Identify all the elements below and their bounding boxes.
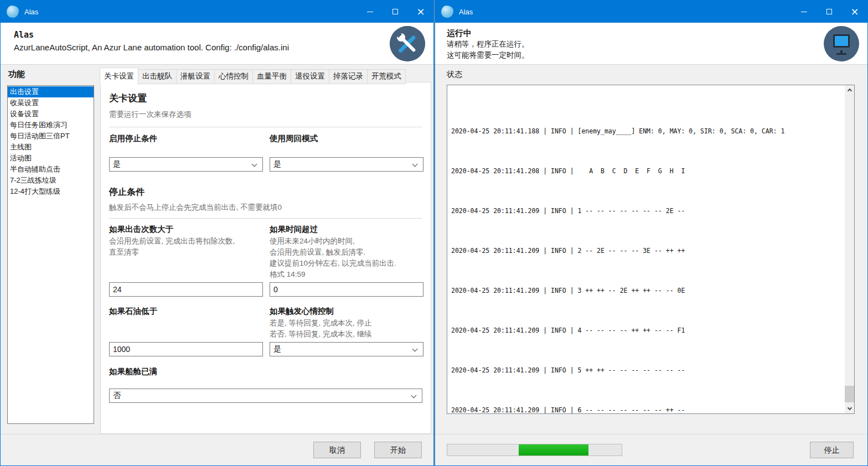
window-title: Alas bbox=[24, 8, 38, 16]
app-logo-icon bbox=[7, 6, 19, 18]
scrollbar-up-button[interactable] bbox=[845, 85, 854, 95]
runtime-window: Alas × 运行中 请稍等，程序正在运行。 这可能将需要一定时间。 状态 20… bbox=[435, 0, 868, 466]
cancel-button[interactable]: 取消 bbox=[313, 442, 361, 458]
sidebar-item[interactable]: 12-4打大型练级 bbox=[8, 186, 94, 197]
chevron-down-icon bbox=[412, 346, 418, 352]
log-scrollbar[interactable] bbox=[845, 85, 854, 413]
dock-full-select[interactable]: 否 bbox=[109, 389, 422, 403]
titlebar: Alas × bbox=[435, 1, 867, 23]
tab[interactable]: 掉落记录 bbox=[329, 69, 368, 84]
sidebar-item[interactable]: 每日活动图三倍PT bbox=[8, 131, 94, 142]
window-title: Alas bbox=[459, 8, 473, 16]
field-label: 使用周回模式 bbox=[270, 133, 423, 144]
monitor-base-icon bbox=[836, 53, 846, 55]
field-label: 启用停止条件 bbox=[109, 133, 263, 144]
function-listbox: 出击设置 收菜设置 设备设置 每日任务困难演习 每日活动图三倍PT 主线图 活动… bbox=[7, 85, 94, 424]
sidebar-item[interactable]: 设备设置 bbox=[8, 108, 94, 120]
tab[interactable]: 退役设置 bbox=[291, 69, 329, 84]
form-row-stop-loop: 启用停止条件 是 使用周回模式 是 bbox=[109, 133, 422, 172]
sortie-count-input[interactable] bbox=[109, 282, 263, 297]
chevron-down-icon bbox=[411, 393, 417, 398]
tab[interactable]: 开荒模式 bbox=[367, 69, 406, 84]
sidebar-item[interactable]: 出击设置 bbox=[8, 86, 94, 97]
scrollbar-down-button[interactable] bbox=[845, 404, 854, 413]
running-message-line2: 这可能将需要一定时间。 bbox=[435, 50, 867, 61]
log-line: 2020-04-25 20:11:41.209 | INFO | 2 -- 2E… bbox=[451, 246, 845, 256]
oil-limit-input[interactable] bbox=[109, 342, 263, 356]
emotion-control-select[interactable]: 是 bbox=[270, 342, 423, 356]
divider bbox=[109, 218, 422, 219]
monitor-icon bbox=[824, 26, 859, 61]
left-footer: 取消 开始 bbox=[1, 434, 433, 465]
field-description: 会沿用先前设置, 完成出击将扣除次数, 直至清零 bbox=[109, 236, 263, 258]
sidebar-item[interactable]: 半自动辅助点击 bbox=[8, 164, 94, 175]
select-value: 否 bbox=[113, 391, 121, 401]
start-button[interactable]: 开始 bbox=[374, 442, 422, 458]
log-line: 2020-04-25 20:11:41.209 | INFO | 1 -- --… bbox=[451, 206, 845, 216]
tab[interactable]: 出击舰队 bbox=[138, 69, 177, 84]
window-controls: × bbox=[791, 1, 867, 23]
minimize-icon bbox=[367, 12, 373, 12]
settings-window: Alas × Alas AzurLaneAutoScript, An Azur … bbox=[0, 0, 434, 466]
scrollbar-thumb[interactable] bbox=[845, 386, 854, 402]
tab[interactable]: 关卡设置 bbox=[100, 68, 138, 85]
field-label: 如果触发心情控制 bbox=[270, 306, 423, 317]
progress-bar bbox=[447, 444, 622, 456]
select-value: 是 bbox=[273, 159, 281, 169]
minimize-button[interactable] bbox=[357, 1, 383, 23]
form-title: 关卡设置 bbox=[109, 92, 422, 105]
sidebar-item[interactable]: 活动图 bbox=[8, 153, 94, 164]
section-title: 停止条件 bbox=[109, 187, 422, 198]
sidebar-item[interactable]: 7-2三战拣垃圾 bbox=[8, 175, 94, 186]
window-controls: × bbox=[357, 1, 433, 23]
log-line: 2020-04-25 20:11:41.188 | INFO | [enemy_… bbox=[451, 126, 845, 136]
field-description: 使用未来24小时内的时间, 会沿用先前设置, 触发后清零. 建议提前10分钟左右… bbox=[270, 236, 423, 280]
stop-button[interactable]: 停止 bbox=[810, 442, 854, 458]
log-line: 2020-04-25 20:11:41.208 | INFO | A B C D… bbox=[451, 166, 845, 176]
log-line: 2020-04-25 20:11:41.209 | INFO | 5 ++ ++… bbox=[451, 365, 845, 375]
log-line: 2020-04-25 20:11:41.209 | INFO | 4 -- --… bbox=[451, 325, 845, 335]
maximize-button[interactable] bbox=[817, 1, 842, 23]
app-title: Alas bbox=[1, 23, 433, 40]
tab-bar: 关卡设置 出击舰队 潜艇设置 心情控制 血量平衡 退役设置 掉落记录 开荒模式 bbox=[100, 69, 406, 87]
tab[interactable]: 潜艇设置 bbox=[176, 69, 215, 84]
maximize-button[interactable] bbox=[383, 1, 408, 23]
running-title: 运行中 bbox=[435, 23, 867, 39]
minimize-button[interactable] bbox=[791, 1, 817, 23]
app-logo-icon bbox=[441, 6, 453, 18]
chevron-down-icon bbox=[252, 162, 257, 167]
time-limit-input[interactable] bbox=[270, 282, 423, 297]
sidebar-heading: 功能 bbox=[8, 69, 25, 80]
maximize-icon bbox=[826, 9, 832, 14]
close-button[interactable]: × bbox=[408, 1, 433, 23]
log-lines: 2020-04-25 20:11:41.188 | INFO | [enemy_… bbox=[447, 85, 845, 413]
chevron-up-icon bbox=[847, 89, 851, 93]
tab[interactable]: 心情控制 bbox=[214, 69, 253, 84]
sidebar-item[interactable]: 主线图 bbox=[8, 142, 94, 153]
divider bbox=[109, 127, 422, 127]
sidebar-item[interactable]: 收菜设置 bbox=[8, 97, 94, 108]
loop-mode-select[interactable]: 是 bbox=[270, 157, 423, 172]
enable-stop-condition-select[interactable]: 是 bbox=[109, 157, 263, 172]
select-value: 是 bbox=[273, 344, 281, 354]
maximize-icon bbox=[392, 9, 398, 14]
chevron-down-icon bbox=[847, 406, 851, 410]
sidebar-item[interactable]: 每日任务困难演习 bbox=[8, 120, 94, 131]
form-row-oil-emotion: 如果石油低于 如果触发心情控制 若是, 等待回复, 完成本次, 停止 若否, 等… bbox=[109, 306, 422, 356]
app-header: Alas AzurLaneAutoScript, An Azur Lane au… bbox=[1, 23, 433, 65]
tab[interactable]: 血量平衡 bbox=[252, 69, 291, 84]
chevron-down-icon bbox=[412, 162, 418, 167]
field-label: 如果船舱已满 bbox=[109, 366, 422, 377]
settings-body: 功能 出击设置 收菜设置 设备设置 每日任务困难演习 每日活动图三倍PT 主线图… bbox=[1, 65, 433, 465]
close-icon: × bbox=[850, 7, 859, 17]
field-description: 若是, 等待回复, 完成本次, 停止 若否, 等待回复, 完成本次, 继续 bbox=[270, 318, 423, 340]
close-icon: × bbox=[416, 7, 425, 17]
select-value: 是 bbox=[113, 159, 121, 169]
runtime-body: 状态 2020-04-25 20:11:41.188 | INFO | [ene… bbox=[435, 65, 867, 465]
field-label: 如果石油低于 bbox=[109, 306, 263, 317]
close-button[interactable]: × bbox=[842, 1, 867, 23]
titlebar: Alas × bbox=[1, 1, 433, 23]
wrench-screwdriver-icon bbox=[390, 26, 425, 61]
monitor-screen-icon bbox=[833, 34, 850, 48]
settings-panel: 关卡设置 需要运行一次来保存选项 启用停止条件 是 使用周回模式 是 bbox=[100, 82, 431, 434]
